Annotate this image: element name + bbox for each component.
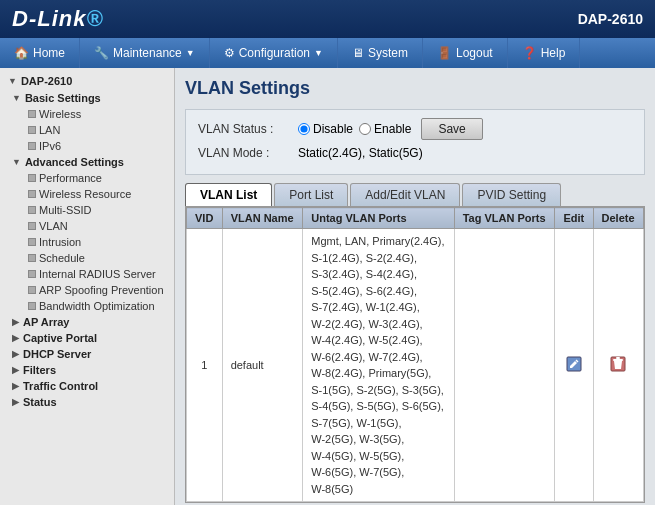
save-button[interactable]: Save [421,118,482,140]
nav-maintenance[interactable]: 🔧 Maintenance ▼ [80,38,210,68]
sidebar-item-performance[interactable]: Performance [0,170,174,186]
cell-vid: 1 [187,229,223,502]
table-row: 1 default Mgmt, LAN, Primary(2.4G), S-1(… [187,229,644,502]
disable-label: Disable [313,122,353,136]
sidebar-ap-array[interactable]: ▶ AP Array [0,314,174,330]
cell-untag-ports: Mgmt, LAN, Primary(2.4G), S-1(2.4G), S-2… [303,229,454,502]
lan-icon [28,126,36,134]
page-title: VLAN Settings [185,78,645,99]
cell-vlan-name: default [222,229,303,502]
col-untag-ports: Untag VLAN Ports [303,208,454,229]
tab-vlan-list[interactable]: VLAN List [185,183,272,206]
basic-settings-label: Basic Settings [25,92,101,104]
vlan-icon [28,222,36,230]
sidebar-item-vlan[interactable]: VLAN [0,218,174,234]
sidebar-item-ipv6[interactable]: IPv6 [0,138,174,154]
model-label: DAP-2610 [578,11,643,27]
cell-tag-ports [454,229,555,502]
expand-advanced-icon: ▼ [12,157,21,167]
sidebar-root[interactable]: ▼ DAP-2610 [0,72,174,90]
col-edit: Edit [555,208,593,229]
vlan-disable-input[interactable] [298,123,310,135]
sidebar-item-arp-spoofing[interactable]: ARP Spoofing Prevention [0,282,174,298]
vlan-enable-radio[interactable]: Enable [359,122,411,136]
advanced-settings-label: Advanced Settings [25,156,124,168]
vlan-table-container: VID VLAN Name Untag VLAN Ports Tag VLAN … [185,206,645,503]
nav-home-label: Home [33,46,65,60]
captive-portal-label: Captive Portal [23,332,97,344]
vlan-label: VLAN [39,220,68,232]
cell-edit[interactable] [555,229,593,502]
table-header-row: VID VLAN Name Untag VLAN Ports Tag VLAN … [187,208,644,229]
wr-icon [28,190,36,198]
tab-add-edit-vlan[interactable]: Add/Edit VLAN [350,183,460,206]
sidebar: ▼ DAP-2610 ▼ Basic Settings Wireless LAN… [0,68,175,505]
sidebar-basic-settings[interactable]: ▼ Basic Settings [0,90,174,106]
col-vlan-name: VLAN Name [222,208,303,229]
system-icon: 🖥 [352,46,364,60]
sidebar-dhcp-server[interactable]: ▶ DHCP Server [0,346,174,362]
perf-icon [28,174,36,182]
edit-icon[interactable] [566,356,582,372]
header: D-Link® DAP-2610 [0,0,655,38]
sidebar-item-wireless-resource[interactable]: Wireless Resource [0,186,174,202]
chevron-down-icon: ▼ [186,48,195,58]
nav-system-label: System [368,46,408,60]
intrusion-label: Intrusion [39,236,81,248]
wireless-resource-label: Wireless Resource [39,188,131,200]
nav-configuration[interactable]: ⚙ Configuration ▼ [210,38,338,68]
sidebar-status[interactable]: ▶ Status [0,394,174,410]
nav-configuration-label: Configuration [239,46,310,60]
nav-logout-label: Logout [456,46,493,60]
expand-icon: ▼ [8,76,17,86]
bw-icon [28,302,36,310]
nav-maintenance-label: Maintenance [113,46,182,60]
ipv6-icon [28,142,36,150]
sidebar-item-intrusion[interactable]: Intrusion [0,234,174,250]
multi-ssid-label: Multi-SSID [39,204,92,216]
sidebar-item-wireless[interactable]: Wireless [0,106,174,122]
tab-bar: VLAN List Port List Add/Edit VLAN PVID S… [185,183,645,206]
tab-pvid-setting[interactable]: PVID Setting [462,183,561,206]
sidebar-traffic-control[interactable]: ▶ Traffic Control [0,378,174,394]
vlan-mode-row: VLAN Mode : Static(2.4G), Static(5G) [198,146,632,160]
nav-logout[interactable]: 🚪 Logout [423,38,508,68]
sidebar-item-internal-radius[interactable]: Internal RADIUS Server [0,266,174,282]
col-delete: Delete [593,208,643,229]
schedule-label: Schedule [39,252,85,264]
vlan-form-section: VLAN Status : Disable Enable Save VLAN M… [185,109,645,175]
wireless-label: Wireless [39,108,81,120]
logout-icon: 🚪 [437,46,452,60]
config-icon: ⚙ [224,46,235,60]
vlan-disable-radio[interactable]: Disable [298,122,353,136]
expand-basic-icon: ▼ [12,93,21,103]
sidebar-captive-portal[interactable]: ▶ Captive Portal [0,330,174,346]
sidebar-item-lan[interactable]: LAN [0,122,174,138]
vlan-status-radio-group: Disable Enable [298,122,411,136]
tab-port-list[interactable]: Port List [274,183,348,206]
sidebar-filters[interactable]: ▶ Filters [0,362,174,378]
radius-icon [28,270,36,278]
nav-help[interactable]: ❓ Help [508,38,581,68]
nav-home[interactable]: 🏠 Home [0,38,80,68]
svg-rect-2 [613,359,623,361]
expand-tc-icon: ▶ [12,381,19,391]
delete-icon[interactable] [610,356,626,372]
content-area: VLAN Settings VLAN Status : Disable Enab… [175,68,655,505]
col-tag-ports: Tag VLAN Ports [454,208,555,229]
sidebar-root-label: DAP-2610 [21,75,72,87]
cell-delete[interactable] [593,229,643,502]
vlan-status-label: VLAN Status : [198,122,288,136]
vlan-enable-input[interactable] [359,123,371,135]
sidebar-advanced-settings[interactable]: ▼ Advanced Settings [0,154,174,170]
expand-status-icon: ▶ [12,397,19,407]
dhcp-server-label: DHCP Server [23,348,91,360]
expand-filters-icon: ▶ [12,365,19,375]
nav-help-label: Help [541,46,566,60]
nav-system[interactable]: 🖥 System [338,38,423,68]
lan-label: LAN [39,124,60,136]
sidebar-item-bandwidth[interactable]: Bandwidth Optimization [0,298,174,314]
sidebar-item-multi-ssid[interactable]: Multi-SSID [0,202,174,218]
expand-dhcp-icon: ▶ [12,349,19,359]
sidebar-item-schedule[interactable]: Schedule [0,250,174,266]
